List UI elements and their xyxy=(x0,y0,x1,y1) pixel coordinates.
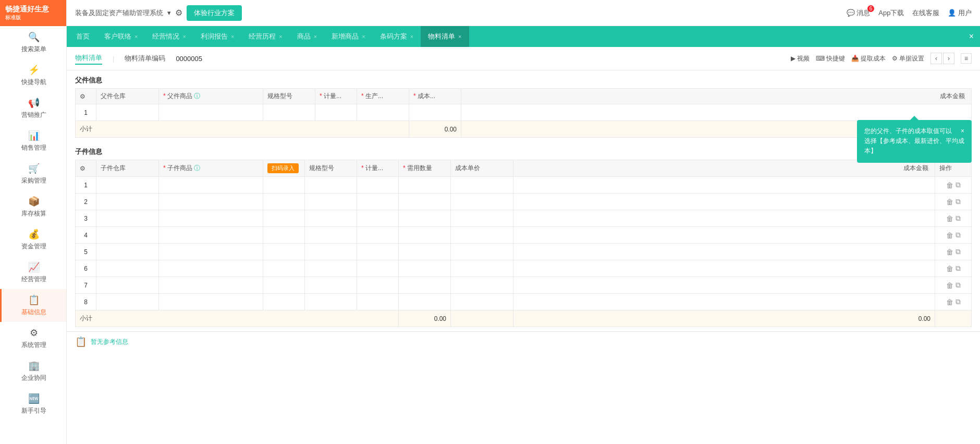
delete-btn-4[interactable]: 🗑 xyxy=(946,231,953,239)
settings-icon[interactable]: ⚙ xyxy=(175,8,182,18)
sidebar-item-label: 快捷导航 xyxy=(21,78,46,87)
tab-customer[interactable]: 客户联络 × xyxy=(97,26,145,47)
sidebar-item-guide[interactable]: 🆕 新手引导 xyxy=(0,388,66,421)
sidebar-item-purchase[interactable]: 🛒 采购管理 xyxy=(0,158,66,190)
parent-col-settings[interactable]: ⚙ xyxy=(76,89,96,104)
child-spec-2[interactable] xyxy=(305,194,357,210)
parent-spec-cell[interactable] xyxy=(263,104,315,121)
parent-unit-cell[interactable] xyxy=(315,104,357,121)
copy-btn-4[interactable]: ⧉ xyxy=(956,231,961,239)
message-badge-container[interactable]: 💬 6 消息 xyxy=(847,8,871,18)
delete-btn-3[interactable]: 🗑 xyxy=(946,214,953,223)
delete-btn-5[interactable]: 🗑 xyxy=(946,247,953,256)
marketing-icon: 📢 xyxy=(28,97,40,109)
copy-btn-7[interactable]: ⧉ xyxy=(956,281,961,290)
sidebar-item-sales[interactable]: 📊 销售管理 xyxy=(0,125,66,158)
online-service-link[interactable]: 在线客服 xyxy=(912,8,939,18)
close-operations-tab[interactable]: × xyxy=(182,33,186,40)
copy-btn-8[interactable]: ⧉ xyxy=(956,297,961,306)
copy-btn-1[interactable]: ⧉ xyxy=(956,181,961,189)
sidebar-item-system[interactable]: ⚙ 系统管理 xyxy=(0,322,66,355)
parent-prod-cell[interactable] xyxy=(357,104,409,121)
delete-btn-1[interactable]: 🗑 xyxy=(946,181,953,189)
close-customer-tab[interactable]: × xyxy=(134,33,138,40)
delete-btn-8[interactable]: 🗑 xyxy=(946,297,953,306)
sidebar-item-inventory[interactable]: 📦 库存核算 xyxy=(0,190,66,223)
next-arrow[interactable]: › xyxy=(943,53,954,64)
close-barcode-tab[interactable]: × xyxy=(410,33,413,40)
close-all-tabs[interactable]: × xyxy=(965,32,978,41)
child-ops-1: 🗑 ⧉ xyxy=(935,177,972,194)
message-count: 6 xyxy=(867,5,875,12)
sidebar-item-finance[interactable]: 💰 资金管理 xyxy=(0,223,66,256)
copy-btn-5[interactable]: ⧉ xyxy=(956,247,961,256)
shortcut-icon: ⌨ xyxy=(816,55,825,62)
extract-cost-action[interactable]: 📥 提取成本 xyxy=(851,54,886,63)
sidebar-item-basic[interactable]: 📋 基础信息 xyxy=(0,289,66,322)
parent-product-cell[interactable] xyxy=(159,104,263,121)
child-unitprice-2[interactable] xyxy=(451,194,513,210)
bottom-text[interactable]: 暂无参考信息 xyxy=(91,338,128,346)
copy-btn-3[interactable]: ⧉ xyxy=(956,214,961,223)
tab-newproduct[interactable]: 新增商品 × xyxy=(324,26,372,47)
tab-bom[interactable]: 物料清单 × xyxy=(421,26,469,47)
bottom-icon: 📋 xyxy=(75,336,87,347)
copy-btn-2[interactable]: ⧉ xyxy=(956,197,961,206)
sub-tab-bom[interactable]: 物料清单 xyxy=(75,52,102,65)
child-qty-2[interactable] xyxy=(399,194,451,210)
sidebar-item-search[interactable]: 🔍 搜索菜单 xyxy=(0,26,66,59)
copy-btn-6[interactable]: ⧉ xyxy=(956,264,961,273)
delete-btn-7[interactable]: 🗑 xyxy=(946,281,953,290)
tooltip-close-button[interactable]: × xyxy=(961,126,964,136)
tab-home[interactable]: 首页 xyxy=(69,26,97,47)
child-spec-1[interactable] xyxy=(305,177,357,194)
child-col-settings[interactable]: ⚙ xyxy=(76,160,96,177)
close-history-tab[interactable]: × xyxy=(279,33,282,40)
child-product-2[interactable] xyxy=(159,194,263,210)
child-scan-2[interactable] xyxy=(263,194,305,210)
close-newproduct-tab[interactable]: × xyxy=(362,33,365,40)
trial-button[interactable]: 体验行业方案 xyxy=(187,5,242,21)
child-row-3: 3 🗑⧉ xyxy=(76,210,972,227)
delete-btn-6[interactable]: 🗑 xyxy=(946,264,953,273)
inventory-icon: 📦 xyxy=(28,196,40,207)
parent-row-1: 1 xyxy=(76,104,972,121)
close-profit-tab[interactable]: × xyxy=(231,33,234,40)
child-warehouse-1[interactable] xyxy=(96,177,159,194)
prev-arrow[interactable]: ‹ xyxy=(930,53,942,64)
child-unit-1[interactable] xyxy=(357,177,399,194)
video-action[interactable]: ▶ 视频 xyxy=(791,54,810,63)
close-bom-tab[interactable]: × xyxy=(458,33,461,40)
shortcut-action[interactable]: ⌨ 快捷键 xyxy=(816,54,845,63)
sidebar-item-enterprise[interactable]: 🏢 企业协同 xyxy=(0,355,66,388)
tab-operations[interactable]: 经营情况 × xyxy=(145,26,193,47)
single-settings-action[interactable]: ⚙ 单据设置 xyxy=(892,54,924,63)
child-col-product: * 子件商品 ⓘ xyxy=(159,160,263,177)
child-unitprice-1[interactable] xyxy=(451,177,513,194)
child-scan-1[interactable] xyxy=(263,177,305,194)
tab-barcode[interactable]: 条码方案 × xyxy=(373,26,421,47)
user-avatar[interactable]: 👤 用户 xyxy=(948,8,972,18)
parent-col-unit: * 计量... xyxy=(315,89,357,104)
child-unit-2[interactable] xyxy=(357,194,399,210)
child-warehouse-2[interactable] xyxy=(96,194,159,210)
child-qty-1[interactable] xyxy=(399,177,451,194)
sales-icon: 📊 xyxy=(28,130,40,141)
child-row-2: 2 🗑 ⧉ xyxy=(76,194,972,210)
tab-history[interactable]: 经营历程 × xyxy=(241,26,289,47)
sidebar-item-operations[interactable]: 📈 经营管理 xyxy=(0,256,66,289)
parent-cost-cell[interactable] xyxy=(409,104,461,121)
scan-button[interactable]: 扫码录入 xyxy=(267,163,299,173)
close-product-tab[interactable]: × xyxy=(314,33,317,40)
menu-icon[interactable]: ≡ xyxy=(961,53,972,64)
child-product-1[interactable] xyxy=(159,177,263,194)
delete-btn-2[interactable]: 🗑 xyxy=(946,197,953,206)
parent-warehouse-cell[interactable] xyxy=(96,104,159,121)
code-value: 0000005 xyxy=(176,55,202,63)
tab-profit[interactable]: 利润报告 × xyxy=(193,26,241,47)
dropdown-arrow[interactable]: ▾ xyxy=(167,9,171,17)
tab-product[interactable]: 商品 × xyxy=(290,26,324,47)
sidebar-item-marketing[interactable]: 📢 营销推广 xyxy=(0,92,66,125)
app-download-link[interactable]: App下载 xyxy=(878,8,904,18)
sidebar-item-quicknav[interactable]: ⚡ 快捷导航 xyxy=(0,59,66,92)
